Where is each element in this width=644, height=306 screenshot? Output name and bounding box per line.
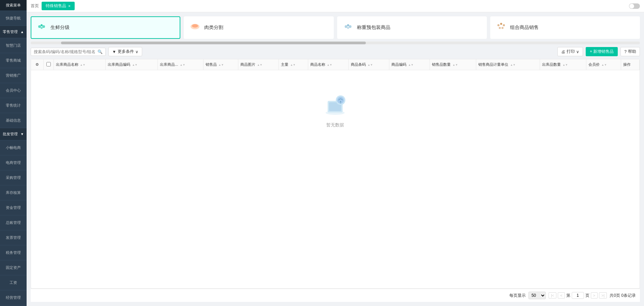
th-ops: 操作 <box>621 59 640 70</box>
search-box: 🔍 <box>31 48 106 56</box>
sidebar-item-ledger-mgmt[interactable]: 总账管理 <box>0 215 27 230</box>
sort-icon-member-price[interactable]: ▲▼ <box>601 63 607 66</box>
filter-button[interactable]: ▼ 更多条件 ∨ <box>108 47 142 56</box>
sidebar-item-purchase-mgmt[interactable]: 采购管理 <box>0 170 27 185</box>
th-out-goods-code: 出库商品编码 ▲▼ <box>106 59 158 70</box>
topbar: 首页 特殊销售品 × <box>27 0 644 12</box>
select-all-checkbox[interactable] <box>46 62 51 66</box>
tab-scroll-bar[interactable] <box>31 42 640 44</box>
main-content: 首页 特殊销售品 × 生鲜分级 <box>27 0 644 306</box>
sort-icon-goods-barcode[interactable]: ▲▼ <box>368 63 373 66</box>
meat-cut-label: 肉类分割 <box>204 25 223 31</box>
sidebar-item-mini-ecom[interactable]: 小畅电商 <box>0 140 27 155</box>
sidebar-item-marketing[interactable]: 营销推广 <box>0 68 27 83</box>
th-settings[interactable]: ⚙ <box>31 59 43 70</box>
total-label: 共0页 0条记录 <box>610 293 636 299</box>
sidebar-item-tax-mgmt[interactable]: 税务管理 <box>0 245 27 260</box>
home-link[interactable]: 首页 <box>31 3 39 9</box>
search-icon[interactable]: 🔍 <box>98 49 103 54</box>
th-out-qty: 出库品数量 ▲▼ <box>540 59 586 70</box>
sidebar-logo: 搜索菜单 <box>0 0 27 11</box>
sort-icon-goods-img[interactable]: ▲▼ <box>257 63 263 66</box>
quick-nav-label: 快捷导航 <box>6 16 21 21</box>
print-button[interactable]: 🖨 打印 ∨ <box>557 47 583 56</box>
svg-point-0 <box>38 25 41 28</box>
tab-close-icon[interactable]: × <box>68 4 71 9</box>
sort-icon-sale-qty[interactable]: ▲▼ <box>452 63 458 66</box>
tab-cards-row: 生鲜分级 肉类分割 <box>31 16 640 39</box>
svg-point-5 <box>192 24 198 28</box>
svg-point-8 <box>349 25 351 28</box>
svg-point-10 <box>497 24 499 26</box>
retail-mgmt-arrow: ▲ <box>20 30 24 34</box>
sort-icon-sale-goods[interactable]: ▲▼ <box>219 63 224 66</box>
th-goods-barcode: 商品条码 ▲▼ <box>348 59 389 70</box>
tab-meat-cut[interactable]: 肉类分割 <box>184 16 333 39</box>
toolbar: 🔍 ▼ 更多条件 ∨ 🖨 打印 ∨ + 新增销售品 ? 帮助 <box>31 47 640 56</box>
sidebar-item-wages[interactable]: 工资 <box>0 275 27 290</box>
fresh-grade-label: 生鲜分级 <box>50 25 70 31</box>
filter-label: 更多条件 <box>118 49 134 55</box>
combo-sell-label: 组合商品销售 <box>510 25 539 31</box>
sort-icon-main-weight[interactable]: ▲▼ <box>290 63 296 66</box>
svg-point-3 <box>41 27 43 29</box>
tab-weigh-pack[interactable]: 称重预包装商品 <box>337 16 487 39</box>
next-page-button[interactable]: > <box>591 292 598 299</box>
svg-point-9 <box>347 27 349 29</box>
sidebar-item-invoice-mgmt[interactable]: 发票管理 <box>0 230 27 245</box>
th-checkbox[interactable] <box>43 59 54 70</box>
topbar-right <box>629 3 640 9</box>
sidebar-item-finance-mgmt[interactable]: 资金管理 <box>0 200 27 215</box>
sort-icon-out-goods-abbr[interactable]: ▲▼ <box>180 63 185 66</box>
sidebar-item-quick-nav[interactable]: 快捷导航 <box>0 11 27 26</box>
print-chevron-icon: ∨ <box>576 49 579 54</box>
toolbar-right: 🖨 打印 ∨ + 新增销售品 ? 帮助 <box>557 47 640 56</box>
sidebar-item-member-center[interactable]: 会员中心 <box>0 83 27 98</box>
sort-icon-out-qty[interactable]: ▲▼ <box>563 63 568 66</box>
tab-combo-sell[interactable]: 组合商品销售 <box>490 16 640 39</box>
th-goods-code: 商品编码 ▲▼ <box>389 59 430 70</box>
empty-state: 暂无数据 <box>31 70 640 149</box>
th-goods-name: 商品名称 ▲▼ <box>308 59 348 70</box>
first-page-button[interactable]: |< <box>549 292 556 299</box>
tab-fresh-grade[interactable]: 生鲜分级 <box>31 16 180 39</box>
th-out-goods-name: 出库商品名称 ▲▼ <box>54 59 106 70</box>
sidebar-item-retail-mall[interactable]: 零售商城 <box>0 53 27 68</box>
th-main-weight: 主量 ▲▼ <box>279 59 308 70</box>
last-page-button[interactable]: >| <box>599 292 607 299</box>
sidebar-item-retail-mgmt[interactable]: 零售管理 ▲ <box>0 26 27 38</box>
sidebar: 搜索菜单 快捷导航 零售管理 ▲ 智慧门店 零售商城 营销推广 会员中心 零售统… <box>0 0 27 306</box>
active-tab-label: 特殊销售品 <box>46 3 66 9</box>
sidebar-item-ecom-mgmt[interactable]: 电商管理 <box>0 155 27 170</box>
sidebar-item-basic-info[interactable]: 基础信息 <box>0 113 27 128</box>
sort-icon-goods-name[interactable]: ▲▼ <box>327 63 332 66</box>
svg-point-6 <box>345 25 347 28</box>
sidebar-item-ops-mgmt[interactable]: 经营管理 <box>0 290 27 305</box>
sort-icon-out-goods-name[interactable]: ▲▼ <box>80 63 86 66</box>
prev-page-button[interactable]: < <box>558 292 565 299</box>
weigh-pack-label: 称重预包装商品 <box>357 25 390 31</box>
per-page-select[interactable]: 10 20 50 100 <box>528 292 546 299</box>
th-out-goods-abbr: 出库商品... ▲▼ <box>158 59 203 70</box>
sidebar-item-retail-stats[interactable]: 零售统计 <box>0 98 27 113</box>
sidebar-item-inventory[interactable]: 库存核算 <box>0 185 27 200</box>
sort-icon-goods-code[interactable]: ▲▼ <box>408 63 414 66</box>
table-body: 暂无数据 <box>31 70 640 149</box>
combo-sell-icon <box>496 22 506 33</box>
fresh-grade-icon <box>37 22 46 33</box>
help-button[interactable]: ? 帮助 <box>620 47 640 56</box>
add-sales-button[interactable]: + 新增销售品 <box>586 47 618 56</box>
sort-icon-out-goods-code[interactable]: ▲▼ <box>132 63 137 66</box>
sidebar-item-smart-store[interactable]: 智慧门店 <box>0 38 27 53</box>
active-tab[interactable]: 特殊销售品 × <box>42 2 75 10</box>
svg-point-12 <box>503 24 505 26</box>
search-input[interactable] <box>34 49 96 54</box>
toggle-switch[interactable] <box>629 3 640 9</box>
sort-icon-sale-unit[interactable]: ▲▼ <box>510 63 515 66</box>
page-input[interactable] <box>572 292 584 299</box>
svg-point-1 <box>41 24 43 26</box>
sidebar-item-fixed-assets[interactable]: 固定资产 <box>0 260 27 275</box>
sidebar-item-wholesale-mgmt[interactable]: 批发管理 ▼ <box>0 128 27 140</box>
empty-state-illustration <box>321 91 349 118</box>
th-sale-unit: 销售商品计量单位 ▲▼ <box>476 59 540 70</box>
